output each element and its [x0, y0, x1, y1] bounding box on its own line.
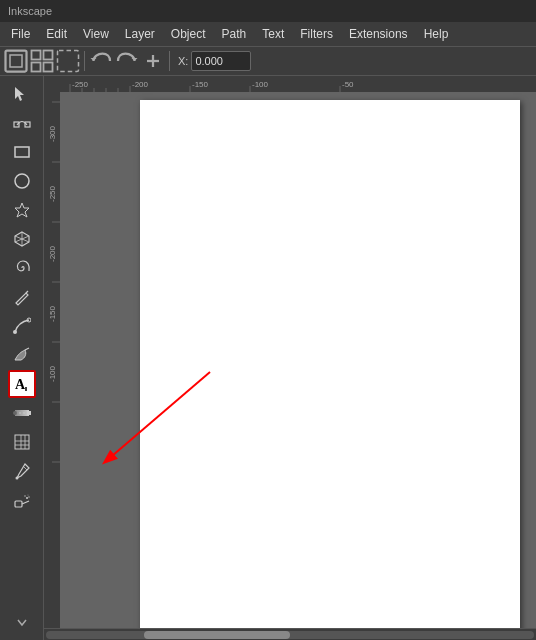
svg-rect-1 — [10, 55, 22, 67]
menu-bar: File Edit View Layer Object Path Text Fi… — [0, 22, 536, 46]
menu-object[interactable]: Object — [164, 25, 213, 43]
svg-text:-300: -300 — [48, 125, 57, 142]
svg-line-20 — [16, 303, 18, 305]
svg-text:A: A — [15, 377, 26, 392]
menu-help[interactable]: Help — [417, 25, 456, 43]
undo-btn[interactable] — [89, 49, 113, 73]
canvas-body: -300 -250 -200 -150 -100 — [44, 92, 536, 628]
svg-point-40 — [24, 495, 26, 497]
left-toolbar: A — [0, 76, 44, 640]
svg-line-23 — [25, 348, 29, 350]
mesh-tool-btn[interactable] — [8, 428, 36, 456]
svg-rect-29 — [27, 411, 31, 415]
pencil-tool-btn[interactable] — [8, 283, 36, 311]
3dbox-tool-btn[interactable] — [8, 225, 36, 253]
svg-rect-37 — [15, 501, 22, 507]
main-area: A — [0, 76, 536, 640]
scrollbar-track[interactable] — [46, 631, 534, 639]
svg-point-13 — [15, 174, 29, 188]
menu-edit[interactable]: Edit — [39, 25, 74, 43]
svg-rect-12 — [15, 147, 29, 157]
svg-rect-6 — [58, 51, 79, 72]
svg-marker-14 — [15, 203, 29, 217]
svg-text:-250: -250 — [48, 185, 57, 202]
separator1 — [84, 51, 85, 71]
x-input[interactable] — [191, 51, 251, 71]
star-tool-btn[interactable] — [8, 196, 36, 224]
svg-point-39 — [26, 497, 28, 499]
zoom-btn[interactable] — [141, 49, 165, 73]
menu-extensions[interactable]: Extensions — [342, 25, 415, 43]
svg-point-36 — [15, 477, 18, 480]
title-bar: Inkscape — [0, 0, 536, 22]
canvas-area[interactable] — [60, 92, 536, 628]
svg-rect-3 — [44, 51, 53, 60]
svg-point-28 — [13, 411, 17, 415]
svg-rect-0 — [6, 51, 27, 72]
toolbar: X: — [0, 46, 536, 76]
menu-filters[interactable]: Filters — [293, 25, 340, 43]
node-tool-btn[interactable] — [8, 109, 36, 137]
svg-rect-58 — [44, 92, 60, 628]
spray-tool-btn[interactable] — [8, 486, 36, 514]
horizontal-scrollbar[interactable] — [44, 628, 536, 640]
svg-text:-200: -200 — [132, 80, 149, 89]
select-btn2[interactable] — [56, 49, 80, 73]
svg-line-35 — [23, 466, 27, 470]
more-tools-btn[interactable] — [8, 608, 36, 636]
vertical-ruler: -300 -250 -200 -150 -100 — [44, 92, 60, 628]
menu-layer[interactable]: Layer — [118, 25, 162, 43]
title-text: Inkscape — [8, 5, 52, 17]
select-mode-btn[interactable] — [4, 49, 28, 73]
menu-file[interactable]: File — [4, 25, 37, 43]
pen-tool-btn[interactable] — [8, 312, 36, 340]
svg-point-41 — [28, 496, 30, 498]
svg-point-42 — [27, 494, 28, 495]
redo-btn[interactable] — [115, 49, 139, 73]
separator2 — [169, 51, 170, 71]
scrollbar-thumb[interactable] — [144, 631, 290, 639]
svg-rect-4 — [32, 63, 41, 72]
svg-text:-150: -150 — [48, 305, 57, 322]
spiral-tool-btn[interactable] — [8, 254, 36, 282]
document-page — [140, 100, 520, 628]
svg-line-38 — [22, 501, 29, 504]
coord-display: X: — [178, 51, 251, 71]
svg-text:-100: -100 — [252, 80, 269, 89]
svg-point-22 — [13, 330, 17, 334]
svg-text:-250: -250 — [72, 80, 89, 89]
svg-rect-30 — [15, 435, 29, 449]
svg-rect-5 — [44, 63, 53, 72]
x-label: X: — [178, 55, 188, 67]
svg-line-19 — [26, 291, 28, 293]
svg-text:-50: -50 — [342, 80, 354, 89]
calligraphy-tool-btn[interactable] — [8, 341, 36, 369]
text-tool-btn[interactable]: A — [8, 370, 36, 398]
menu-view[interactable]: View — [76, 25, 116, 43]
canvas-container: -250 -200 -150 -100 -50 — [44, 76, 536, 640]
ruler-row: -250 -200 -150 -100 -50 — [44, 76, 536, 92]
gradient-tool-btn[interactable] — [8, 399, 36, 427]
ruler-corner — [44, 76, 60, 92]
select-tool-btn[interactable] — [8, 80, 36, 108]
menu-text[interactable]: Text — [255, 25, 291, 43]
horizontal-ruler: -250 -200 -150 -100 -50 — [60, 76, 536, 92]
circle-tool-btn[interactable] — [8, 167, 36, 195]
svg-rect-26 — [15, 410, 29, 416]
dropper-tool-btn[interactable] — [8, 457, 36, 485]
svg-text:-100: -100 — [48, 365, 57, 382]
svg-text:-200: -200 — [48, 245, 57, 262]
svg-marker-9 — [15, 87, 24, 101]
svg-rect-2 — [32, 51, 41, 60]
rect-tool-btn[interactable] — [8, 138, 36, 166]
menu-path[interactable]: Path — [215, 25, 254, 43]
svg-text:-150: -150 — [192, 80, 209, 89]
grid-btn[interactable] — [30, 49, 54, 73]
